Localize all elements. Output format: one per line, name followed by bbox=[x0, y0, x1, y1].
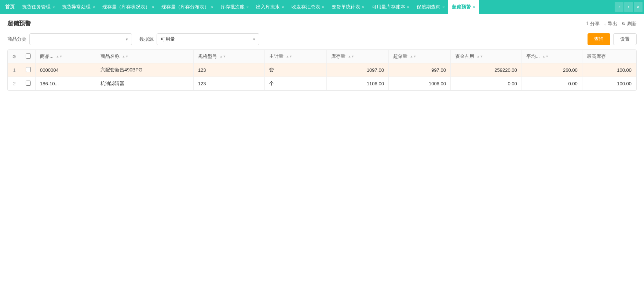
select-all-checkbox[interactable] bbox=[26, 53, 31, 59]
nav-bar: 首页 拣货任务管理 × 拣货异常处理 × 现存量（库存状况表） × 现存量（库存… bbox=[0, 0, 644, 14]
category-label: 商品分类 bbox=[7, 36, 26, 42]
close-stock-status[interactable]: × bbox=[152, 5, 154, 9]
close-order-stat[interactable]: × bbox=[362, 5, 364, 9]
nav-item-stock-dist[interactable]: 现存量（库存分布表） × bbox=[158, 0, 217, 14]
close-pick-task[interactable]: × bbox=[52, 5, 55, 9]
table-header-row: ⚙ 商品... ▲▼ 商品名称 ▲▼ 规格型号 ▲▼ bbox=[8, 50, 636, 63]
page-header: 超储预警 ⤴ 分享 ↓ 导出 ↻ 刷新 bbox=[7, 20, 637, 27]
th-code[interactable]: 商品... ▲▼ bbox=[36, 50, 96, 63]
page-content: 超储预警 ⤴ 分享 ↓ 导出 ↻ 刷新 商品分类 ▾ 数据源 bbox=[0, 14, 644, 293]
sort-spec-icon: ▲▼ bbox=[220, 55, 226, 58]
th-spec[interactable]: 规格型号 ▲▼ bbox=[193, 50, 264, 63]
nav-item-batch-account[interactable]: 库存批次账 × bbox=[217, 0, 252, 14]
row-spec: 123 bbox=[193, 77, 264, 90]
th-over[interactable]: 超储量 ▲▼ bbox=[388, 50, 450, 63]
row-capital: 0.00 bbox=[450, 77, 522, 90]
header-actions: ⤴ 分享 ↓ 导出 ↻ 刷新 bbox=[586, 21, 637, 27]
nav-item-summary[interactable]: 收发存汇总表 × bbox=[288, 0, 328, 14]
row-max: 100.00 bbox=[582, 63, 636, 77]
close-stock-dist[interactable]: × bbox=[211, 5, 213, 9]
share-icon: ⤴ bbox=[586, 21, 589, 26]
sort-capital-icon: ▲▼ bbox=[477, 55, 483, 58]
nav-arrow-close[interactable]: × bbox=[634, 2, 643, 12]
row-num: 2 bbox=[8, 77, 21, 90]
th-gear[interactable]: ⚙ bbox=[8, 50, 21, 63]
data-table: ⚙ 商品... ▲▼ 商品名称 ▲▼ 规格型号 ▲▼ bbox=[8, 50, 636, 90]
refresh-action[interactable]: ↻ 刷新 bbox=[622, 21, 637, 27]
close-inout-flow[interactable]: × bbox=[282, 5, 284, 9]
category-select[interactable]: ▾ bbox=[29, 33, 132, 45]
row-spec: 123 bbox=[193, 63, 264, 77]
nav-item-home[interactable]: 首页 bbox=[1, 0, 18, 14]
close-available-stock[interactable]: × bbox=[407, 5, 409, 9]
row-over: 1006.00 bbox=[388, 77, 450, 90]
nav-item-overstock[interactable]: 超储预警 × bbox=[448, 0, 479, 14]
nav-item-pick-task[interactable]: 拣货任务管理 × bbox=[18, 0, 58, 14]
row-stock: 1097.00 bbox=[326, 63, 388, 77]
nav-item-expiry[interactable]: 保质期查询 × bbox=[413, 0, 448, 14]
share-action[interactable]: ⤴ 分享 bbox=[586, 21, 600, 27]
row-checkbox-cell[interactable] bbox=[21, 63, 36, 77]
row-name: 机油滤清器 bbox=[96, 77, 193, 90]
sort-name-icon: ▲▼ bbox=[122, 55, 129, 58]
gear-icon: ⚙ bbox=[12, 54, 17, 59]
datasource-label: 数据源 bbox=[139, 36, 154, 42]
export-action[interactable]: ↓ 导出 bbox=[604, 21, 618, 27]
nav-arrow-right[interactable]: › bbox=[624, 2, 633, 12]
th-max[interactable]: 最高库存 bbox=[582, 50, 636, 63]
sort-code-icon: ▲▼ bbox=[56, 55, 62, 58]
refresh-icon: ↻ bbox=[622, 21, 626, 26]
th-capital[interactable]: 资金占用 ▲▼ bbox=[450, 50, 522, 63]
category-dropdown-icon: ▾ bbox=[126, 37, 128, 42]
table-body: 1 0000004 六配套新昌490BPG 123 套 1097.00 997.… bbox=[8, 63, 636, 90]
row-code: 186-10... bbox=[36, 77, 96, 90]
nav-item-inout-flow[interactable]: 出入库流水 × bbox=[252, 0, 288, 14]
sort-stock-icon: ▲▼ bbox=[348, 55, 354, 58]
page-title: 超储预警 bbox=[7, 20, 31, 27]
row-max: 100.00 bbox=[582, 77, 636, 90]
row-stock: 1106.00 bbox=[326, 77, 388, 90]
table-row: 2 186-10... 机油滤清器 123 个 1106.00 1006.00 … bbox=[8, 77, 636, 90]
row-code: 0000004 bbox=[36, 63, 96, 77]
settings-button[interactable]: 设置 bbox=[613, 33, 637, 45]
close-pick-exception[interactable]: × bbox=[92, 5, 95, 9]
th-unit[interactable]: 主计量 ▲▼ bbox=[264, 50, 326, 63]
close-overstock[interactable]: × bbox=[473, 5, 475, 9]
row-avg: 260.00 bbox=[522, 63, 582, 77]
th-avg[interactable]: 平均... ▲▼ bbox=[522, 50, 582, 63]
row-avg: 0.00 bbox=[522, 77, 582, 90]
datasource-select-value: 可用量 bbox=[161, 36, 175, 42]
nav-arrow-left[interactable]: ‹ bbox=[615, 2, 623, 12]
row-num: 1 bbox=[8, 63, 21, 77]
th-stock[interactable]: 库存量 ▲▼ bbox=[326, 50, 388, 63]
row-name: 六配套新昌490BPG bbox=[96, 63, 193, 77]
export-icon: ↓ bbox=[604, 21, 607, 26]
th-checkbox[interactable] bbox=[21, 50, 36, 63]
sort-avg-icon: ▲▼ bbox=[542, 55, 549, 58]
datasource-dropdown-icon: ▾ bbox=[253, 37, 255, 42]
query-button[interactable]: 查询 bbox=[588, 33, 610, 45]
row-over: 997.00 bbox=[388, 63, 450, 77]
filter-bar: 商品分类 ▾ 数据源 可用量 ▾ 查询 设置 bbox=[7, 33, 637, 45]
nav-item-order-stat[interactable]: 要货单统计表 × bbox=[328, 0, 368, 14]
nav-item-available-stock[interactable]: 可用量库存账本 × bbox=[368, 0, 413, 14]
close-expiry[interactable]: × bbox=[442, 5, 444, 9]
nav-item-pick-exception[interactable]: 拣货异常处理 × bbox=[58, 0, 98, 14]
th-name[interactable]: 商品名称 ▲▼ bbox=[96, 50, 193, 63]
row-capital: 259220.00 bbox=[450, 63, 522, 77]
table-row: 1 0000004 六配套新昌490BPG 123 套 1097.00 997.… bbox=[8, 63, 636, 77]
close-batch-account[interactable]: × bbox=[246, 5, 249, 9]
row-checkbox-cell[interactable] bbox=[21, 77, 36, 90]
nav-arrows: ‹ › × bbox=[615, 2, 643, 12]
sort-unit-icon: ▲▼ bbox=[286, 55, 292, 58]
row-checkbox[interactable] bbox=[26, 81, 31, 86]
sort-over-icon: ▲▼ bbox=[410, 55, 417, 58]
row-unit: 套 bbox=[264, 63, 326, 77]
datasource-select[interactable]: 可用量 ▾ bbox=[157, 33, 259, 45]
datasource-filter: 数据源 可用量 ▾ bbox=[139, 33, 259, 45]
data-table-wrapper: ⚙ 商品... ▲▼ 商品名称 ▲▼ 规格型号 ▲▼ bbox=[7, 49, 637, 91]
row-checkbox[interactable] bbox=[26, 67, 31, 72]
nav-item-stock-status[interactable]: 现存量（库存状况表） × bbox=[99, 0, 158, 14]
close-summary[interactable]: × bbox=[322, 5, 324, 9]
category-filter: 商品分类 ▾ bbox=[7, 33, 132, 45]
